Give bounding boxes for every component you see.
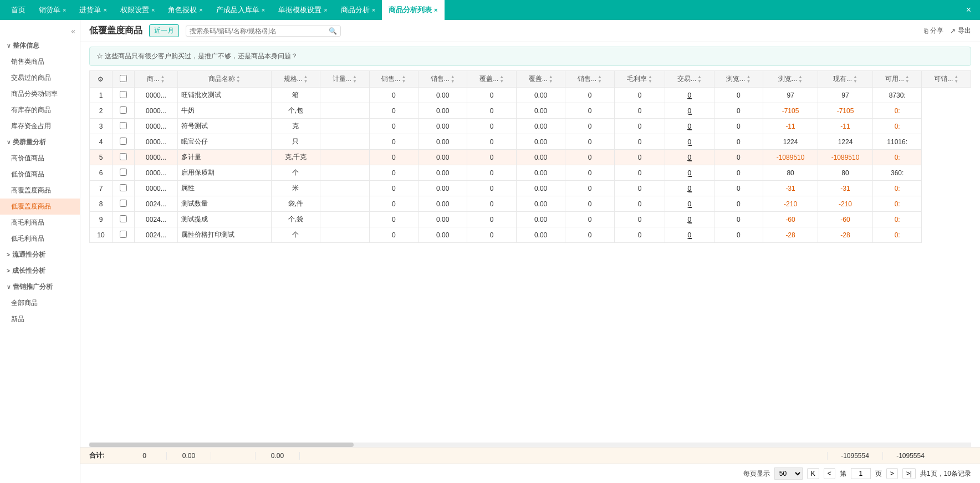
th-gross-margin[interactable]: 毛利率▲▼ bbox=[614, 71, 665, 88]
row-name[interactable]: 属性 bbox=[177, 181, 271, 196]
sidebar-item-low-coverage[interactable]: 低覆盖度商品 bbox=[0, 199, 80, 215]
row-v7[interactable]: 0̲ bbox=[665, 196, 714, 212]
th-browse1[interactable]: 浏览...▲▼ bbox=[714, 71, 763, 88]
th-code[interactable]: 商...▲▼ bbox=[135, 71, 177, 88]
th-settings[interactable]: ⚙ bbox=[90, 71, 113, 88]
sidebar-item-low-value[interactable]: 低价值商品 bbox=[0, 166, 80, 182]
th-name[interactable]: 商品名称▲▼ bbox=[177, 71, 271, 88]
row-checkbox[interactable] bbox=[112, 227, 134, 243]
nav-product-analysis-list[interactable]: 商品分析列表 × bbox=[382, 0, 444, 20]
row-select-checkbox[interactable] bbox=[120, 169, 127, 176]
th-checkbox[interactable] bbox=[112, 71, 134, 88]
row-name[interactable]: 牛奶 bbox=[177, 103, 271, 119]
page-number-input[interactable] bbox=[851, 468, 871, 479]
nav-product-storage[interactable]: 产成品入库单 × bbox=[210, 0, 272, 20]
nav-product-analysis[interactable]: 商品分析 × bbox=[334, 0, 382, 20]
sidebar-item-sales-goods[interactable]: 销售类商品 bbox=[0, 54, 80, 70]
sidebar-toggle-overview[interactable]: ∨ 整体信息 bbox=[0, 38, 80, 54]
row-name[interactable]: 测试数量 bbox=[177, 196, 271, 212]
th-available-stock[interactable]: 可用...▲▼ bbox=[872, 71, 921, 88]
nav-close-permission[interactable]: × bbox=[151, 0, 155, 20]
row-checkbox[interactable] bbox=[112, 134, 134, 150]
nav-role-auth[interactable]: 角色授权 × bbox=[161, 0, 209, 20]
search-input[interactable] bbox=[190, 27, 329, 35]
row-name[interactable]: 测试提成 bbox=[177, 212, 271, 227]
horizontal-scrollbar[interactable] bbox=[89, 443, 971, 447]
nav-sales-order[interactable]: 销货单 × bbox=[32, 0, 73, 20]
sidebar-item-low-margin[interactable]: 低毛利商品 bbox=[0, 231, 80, 247]
row-select-checkbox[interactable] bbox=[120, 138, 127, 145]
row-v7[interactable]: 0̲ bbox=[665, 181, 714, 196]
th-saleable[interactable]: 可销...▲▼ bbox=[922, 71, 971, 88]
th-sales2[interactable]: 销售...▲▼ bbox=[418, 71, 467, 88]
row-checkbox[interactable] bbox=[112, 212, 134, 227]
row-select-checkbox[interactable] bbox=[120, 184, 127, 191]
nav-close-sales[interactable]: × bbox=[63, 0, 66, 20]
row-checkbox[interactable] bbox=[112, 165, 134, 181]
row-select-checkbox[interactable] bbox=[120, 231, 127, 238]
row-checkbox[interactable] bbox=[112, 181, 134, 196]
sidebar-item-high-coverage[interactable]: 高覆盖度商品 bbox=[0, 182, 80, 199]
nav-purchase-order[interactable]: 进货单 × bbox=[73, 0, 113, 20]
sidebar-item-new-goods[interactable]: 新品 bbox=[0, 311, 80, 327]
th-browse2[interactable]: 浏览...▲▼ bbox=[763, 71, 818, 88]
row-checkbox[interactable] bbox=[112, 150, 134, 165]
sidebar-item-category-rate[interactable]: 商品分类动销率 bbox=[0, 86, 80, 102]
nav-template-settings[interactable]: 单据模板设置 × bbox=[272, 0, 334, 20]
row-name[interactable]: 多计量 bbox=[177, 150, 271, 165]
sidebar-toggle-growth[interactable]: > 成长性分析 bbox=[0, 263, 80, 279]
sidebar-item-high-margin[interactable]: 高毛利商品 bbox=[0, 215, 80, 231]
per-page-select[interactable]: 50 20 100 bbox=[774, 467, 803, 480]
sidebar-item-stocked-goods[interactable]: 有库存的商品 bbox=[0, 102, 80, 118]
row-v7[interactable]: 0̲ bbox=[665, 119, 714, 134]
th-sales1[interactable]: 销售...▲▼ bbox=[369, 71, 418, 88]
row-checkbox[interactable] bbox=[112, 103, 134, 119]
nav-close-storage[interactable]: × bbox=[262, 0, 265, 20]
share-button[interactable]: ⎗ 分享 bbox=[924, 26, 943, 35]
sidebar-item-all-goods[interactable]: 全部商品 bbox=[0, 295, 80, 311]
nav-home[interactable]: 首页 bbox=[4, 0, 32, 20]
next-page-button[interactable]: > bbox=[886, 468, 898, 479]
th-coverage2[interactable]: 覆盖...▲▼ bbox=[516, 71, 565, 88]
row-name[interactable]: 启用保质期 bbox=[177, 165, 271, 181]
sidebar-item-traded-goods[interactable]: 交易过的商品 bbox=[0, 70, 80, 86]
row-select-checkbox[interactable] bbox=[120, 91, 127, 98]
first-page-button[interactable]: K bbox=[807, 468, 819, 479]
th-transaction[interactable]: 交易...▲▼ bbox=[665, 71, 714, 88]
th-unit[interactable]: 计量...▲▼ bbox=[320, 71, 369, 88]
th-current-stock[interactable]: 现有...▲▼ bbox=[818, 71, 873, 88]
row-v7[interactable]: 0̲ bbox=[665, 88, 714, 103]
scrollbar-thumb[interactable] bbox=[89, 443, 354, 447]
row-select-checkbox[interactable] bbox=[120, 122, 127, 129]
row-select-checkbox[interactable] bbox=[120, 200, 127, 207]
row-checkbox[interactable] bbox=[112, 88, 134, 103]
row-checkbox[interactable] bbox=[112, 119, 134, 134]
row-select-checkbox[interactable] bbox=[120, 215, 127, 222]
nav-close-all[interactable]: × bbox=[962, 5, 976, 15]
time-filter-button[interactable]: 近一月 bbox=[149, 24, 179, 37]
sidebar-item-high-value[interactable]: 高价值商品 bbox=[0, 150, 80, 166]
th-coverage1[interactable]: 覆盖...▲▼ bbox=[467, 71, 516, 88]
row-checkbox[interactable] bbox=[112, 196, 134, 212]
row-name[interactable]: 属性价格打印测试 bbox=[177, 227, 271, 243]
sidebar-toggle-liquidity[interactable]: > 流通性分析 bbox=[0, 247, 80, 263]
row-name[interactable]: 符号测试 bbox=[177, 119, 271, 134]
prev-page-button[interactable]: < bbox=[824, 468, 835, 479]
row-v7[interactable]: 0̲ bbox=[665, 165, 714, 181]
sidebar-item-inventory-capital[interactable]: 库存资金占用 bbox=[0, 118, 80, 134]
nav-close-role[interactable]: × bbox=[199, 0, 202, 20]
th-spec[interactable]: 规格...▲▼ bbox=[271, 71, 320, 88]
nav-close-purchase[interactable]: × bbox=[103, 0, 106, 20]
row-name[interactable]: 旺铺批次测试 bbox=[177, 88, 271, 103]
search-icon[interactable]: 🔍 bbox=[329, 27, 337, 35]
row-select-checkbox[interactable] bbox=[120, 106, 127, 114]
last-page-button[interactable]: >| bbox=[902, 468, 916, 479]
sidebar-toggle-cluster[interactable]: ∨ 类群量分析 bbox=[0, 134, 80, 150]
nav-permission-settings[interactable]: 权限设置 × bbox=[114, 0, 161, 20]
row-select-checkbox[interactable] bbox=[120, 153, 127, 160]
row-v7[interactable]: 0̲ bbox=[665, 227, 714, 243]
nav-close-template[interactable]: × bbox=[324, 0, 327, 20]
row-v7[interactable]: 0̲ bbox=[665, 103, 714, 119]
row-name[interactable]: 眠宝公仔 bbox=[177, 134, 271, 150]
select-all-checkbox[interactable] bbox=[120, 75, 127, 82]
